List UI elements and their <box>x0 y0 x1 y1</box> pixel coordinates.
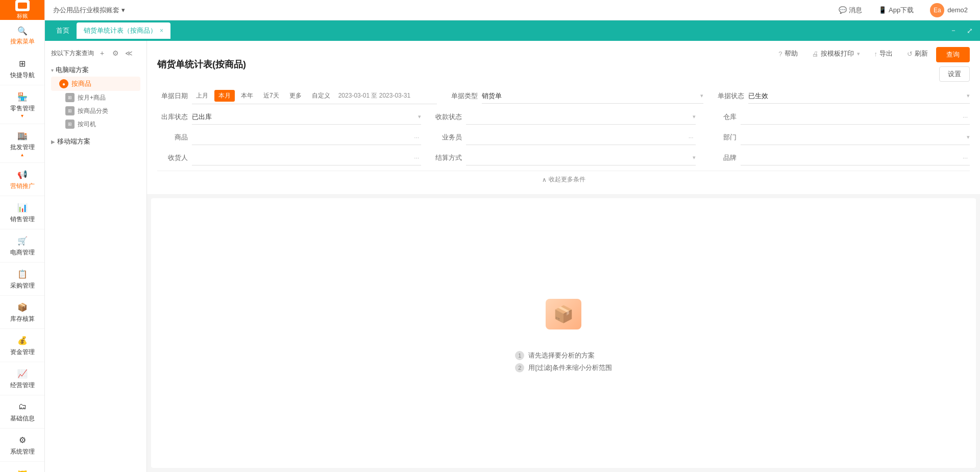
wholesale-arrow: ▴ <box>21 152 23 157</box>
app-logo[interactable]: 标账 <box>0 0 45 20</box>
scheme-item-by-goods[interactable]: ● 按商品 <box>51 77 140 91</box>
sidebar-inventory-label: 库存核算 <box>10 315 35 323</box>
scheme-item-by-driver[interactable]: ⊞ 按司机 <box>51 117 140 131</box>
doc-status-label: 单据状态 <box>714 91 748 101</box>
sidebar-item-system[interactable]: ⚙ 系统管理 <box>0 429 44 462</box>
warehouse-field[interactable]: ··· <box>741 109 970 125</box>
sidebar-basic-label: 基础信息 <box>10 414 35 423</box>
brand-field[interactable]: ··· <box>741 150 970 166</box>
doc-type-field[interactable]: 销货单 ▾ <box>482 88 703 104</box>
sidebar-item-search[interactable]: 🔍 搜索菜单 <box>0 20 44 52</box>
sidebar-item-marketing[interactable]: 📢 营销推广 <box>0 163 44 196</box>
tab-active[interactable]: 销货单统计表（按商品） × <box>77 22 170 39</box>
tab-minimize-btn[interactable]: － <box>947 25 960 37</box>
date-field: 上月 本月 本年 近7天 更多 自定义 2023-03-01 至 2023-03… <box>192 88 437 104</box>
tab-home[interactable]: 首页 <box>49 22 77 39</box>
main-area: 办公用品行业模拟账套 ▾ 💬 消息 📱 App下载 Ea demo2 首页 <box>45 0 980 472</box>
receiver-label: 收货人 <box>157 153 192 162</box>
date-btn-this-year[interactable]: 本年 <box>237 90 257 102</box>
app-download-label: App下载 <box>889 6 914 15</box>
print-btn[interactable]: 🖨 按模板打印 ▾ <box>808 47 864 60</box>
sidebar-item-retail[interactable]: 🏪 零售管理 ▾ <box>0 85 44 124</box>
industry-selector[interactable]: 办公用品行业模拟账套 ▾ <box>53 6 125 15</box>
sidebar-item-finance[interactable]: 💰 资金管理 <box>0 329 44 362</box>
scheme-pc-group-label[interactable]: ▾ 电脑端方案 <box>51 63 140 77</box>
sidebar-item-purchase[interactable]: 📋 采购管理 <box>0 263 44 296</box>
department-arrow: ▾ <box>967 134 970 140</box>
scheme-month-goods-label: 按月+商品 <box>78 93 106 102</box>
date-btn-last-month[interactable]: 上月 <box>192 90 212 102</box>
minimize-icon: － <box>950 26 957 35</box>
export-btn[interactable]: ↑ 导出 <box>870 47 897 60</box>
scheme-driver-label: 按司机 <box>78 120 96 129</box>
refresh-icon: ↺ <box>907 50 913 58</box>
retail-icon: 🏪 <box>16 90 29 103</box>
query-btn[interactable]: 查询 <box>936 47 970 62</box>
sidebar-item-enterprise[interactable]: 🤝 企业协同 <box>0 462 44 472</box>
scheme-settings-btn[interactable]: ⚙ <box>110 48 120 58</box>
warehouse-label: 仓库 <box>706 112 741 122</box>
sidebar-item-operation[interactable]: 📈 经营管理 <box>0 362 44 395</box>
tab-active-label: 销货单统计表（按商品） <box>84 26 157 35</box>
sidebar-finance-label: 资金管理 <box>10 348 35 357</box>
refresh-label: 刷新 <box>915 49 928 58</box>
payment-status-field[interactable]: ▾ <box>466 109 695 125</box>
date-range-text: 2023-03-01 至 2023-03-31 <box>338 91 410 100</box>
scheme-mobile-group-label[interactable]: ▶ 移动端方案 <box>51 135 140 148</box>
doc-type-arrow: ▾ <box>700 92 703 99</box>
message-btn[interactable]: 💬 消息 <box>835 4 866 17</box>
ecommerce-icon: 🛒 <box>16 234 29 247</box>
scheme-panel-title: 按以下方案查询 <box>51 49 94 58</box>
doc-status-field[interactable]: 已生效 ▾ <box>748 88 970 104</box>
sidebar-item-basic[interactable]: 🗂 基础信息 <box>0 395 44 429</box>
scheme-item-by-category[interactable]: ⊞ 按商品分类 <box>51 104 140 117</box>
out-status-value: 已出库 <box>192 112 418 122</box>
page-title: 销货单统计表(按商品) <box>157 58 246 70</box>
scheme-goods-label: 按商品 <box>71 79 91 88</box>
empty-illustration <box>538 294 589 345</box>
settings-btn[interactable]: 设置 <box>939 66 970 82</box>
sidebar-item-quicknav[interactable]: ⊞ 快捷导航 <box>0 52 44 85</box>
scheme-collapse-btn[interactable]: ≪ <box>124 48 134 58</box>
date-btn-7days[interactable]: 近7天 <box>259 90 283 102</box>
sidebar-item-sales[interactable]: 📊 销售管理 <box>0 196 44 229</box>
collapse-bar[interactable]: ∧ 收起更多条件 <box>157 171 970 188</box>
empty-tips: 1 请先选择要分析的方案 2 用[过滤]条件来缩小分析范围 <box>515 351 611 372</box>
salesperson-field[interactable]: ··· <box>466 130 695 145</box>
tab-maximize-btn[interactable]: ⤢ <box>964 25 976 37</box>
page-content: 按以下方案查询 + ⚙ ≪ ▾ 电脑端方案 ● 按商品 <box>45 41 980 472</box>
tab-close-icon[interactable]: × <box>160 28 163 34</box>
tab-home-label: 首页 <box>56 26 69 35</box>
date-btn-custom[interactable]: 自定义 <box>308 90 334 102</box>
system-icon: ⚙ <box>16 434 29 446</box>
tip-num-1: 1 <box>515 351 524 360</box>
sidebar-item-wholesale[interactable]: 🏬 批发管理 ▴ <box>0 124 44 163</box>
maximize-icon: ⤢ <box>967 27 973 35</box>
sidebar-marketing-label: 营销推广 <box>10 182 35 191</box>
refresh-btn[interactable]: ↺ 刷新 <box>903 47 932 60</box>
out-status-field[interactable]: 已出库 ▾ <box>192 109 421 125</box>
settlement-field[interactable]: ▾ <box>466 150 695 166</box>
sales-icon: 📊 <box>16 201 29 214</box>
date-btn-this-month[interactable]: 本月 <box>214 90 235 102</box>
date-btn-more[interactable]: 更多 <box>285 90 306 102</box>
sidebar-item-ecommerce[interactable]: 🛒 电商管理 <box>0 229 44 263</box>
category-icon: ⊞ <box>65 106 75 115</box>
pc-group-arrow: ▾ <box>51 67 54 73</box>
department-field[interactable]: ▾ <box>741 130 970 145</box>
app-download-btn[interactable]: 📱 App下载 <box>874 4 918 17</box>
mobile-group-arrow: ▶ <box>51 139 55 145</box>
user-menu[interactable]: Ea demo2 <box>926 1 972 19</box>
page-title-row: 销货单统计表(按商品) ? 帮助 🖨 按模板打印 ▾ <box>157 47 970 82</box>
goods-field[interactable]: ··· <box>192 130 421 145</box>
scheme-add-btn[interactable]: + <box>97 48 107 58</box>
empty-tip-2-text: 用[过滤]条件来缩小分析范围 <box>528 363 611 372</box>
sidebar-item-inventory[interactable]: 📦 库存核算 <box>0 296 44 329</box>
logo-icon <box>15 0 30 11</box>
collapse-label: 收起更多条件 <box>549 175 585 184</box>
page-actions-area: ? 帮助 🖨 按模板打印 ▾ ↑ 导出 <box>774 47 970 82</box>
scheme-item-by-month-goods[interactable]: ⊞ 按月+商品 <box>51 91 140 104</box>
help-btn[interactable]: ? 帮助 <box>774 47 801 60</box>
help-icon: ? <box>778 50 782 58</box>
receiver-field[interactable]: ··· <box>192 150 421 166</box>
